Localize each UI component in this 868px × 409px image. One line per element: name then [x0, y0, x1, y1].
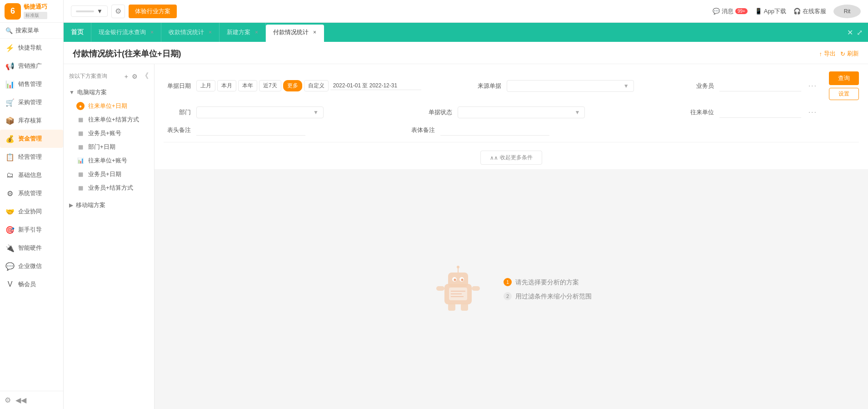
group-expand-icon: ▼: [69, 89, 75, 96]
empty-step-2-text: 用过滤条件来缩小分析范围: [515, 289, 592, 303]
scheme-item-1[interactable]: ▦ 往来单位+结算方式: [67, 113, 154, 126]
sidebar-item-operation[interactable]: 📋 经营管理: [0, 148, 63, 166]
sidebar-item-sales[interactable]: 📊 销售管理: [0, 75, 63, 93]
doc-status-select[interactable]: ▼: [458, 106, 585, 118]
tab-close-new-scheme[interactable]: ×: [255, 29, 258, 35]
date-label: 单据日期: [164, 82, 191, 90]
tab-close-bank-flow[interactable]: ×: [150, 29, 154, 35]
counterpart-dots[interactable]: ···: [808, 108, 817, 116]
date-btn-this-month[interactable]: 本月: [217, 80, 236, 91]
sidebar-item-cooperation[interactable]: 🤝 企业协同: [0, 202, 63, 221]
app-download-btn[interactable]: 📱 App下载: [755, 7, 786, 15]
header-note-input[interactable]: [196, 125, 305, 136]
scheme-item-5[interactable]: ▦ 业务员+日期: [67, 167, 154, 181]
date-btn-this-year[interactable]: 本年: [238, 80, 257, 91]
sidebar-collapse-btn[interactable]: ◀◀: [15, 396, 26, 404]
tab-bar-expand-icon[interactable]: ⤢: [857, 28, 863, 37]
dept-select[interactable]: ▼: [196, 106, 324, 118]
date-btn-last-month[interactable]: 上月: [196, 80, 215, 91]
scheme-icon-5: ▦: [76, 170, 85, 178]
scheme-item-6[interactable]: ▦ 业务员+结算方式: [67, 181, 154, 195]
desktop-scheme-group: ▼ 电脑端方案 ● 往来单位+日期 ▦ 往来单位+结算方式: [64, 86, 154, 195]
sidebar-item-basic[interactable]: 🗂 基础信息: [0, 166, 63, 184]
right-panel: 单据日期 上月 本月 本年 近7天 更多 自定义 来源单据: [155, 64, 868, 409]
guide-icon: 🎯: [5, 225, 15, 234]
tab-close-payment[interactable]: ×: [313, 29, 316, 35]
scheme-panel: 按以下方案查询 + ⚙ 《 ▼ 电脑端方案: [64, 64, 155, 409]
service-icon: 🎧: [793, 8, 801, 15]
scheme-icon-3: ▦: [76, 143, 85, 151]
tab-payment[interactable]: 付款情况统计 ×: [266, 25, 324, 42]
tab-home[interactable]: 首页: [64, 23, 91, 42]
dept-arrow-icon: ▼: [313, 109, 319, 116]
sidebar-settings-btn[interactable]: ⚙: [5, 396, 11, 404]
hardware-icon: 🔌: [5, 243, 15, 252]
topbar-settings-btn[interactable]: ⚙: [111, 5, 125, 18]
tab-bank-flow[interactable]: 现金银行流水查询 ×: [91, 23, 161, 42]
inventory-icon: 📦: [5, 116, 15, 125]
scheme-item-4[interactable]: 📊 往来单位+账号: [67, 154, 154, 167]
sidebar-item-wechat[interactable]: 💬 企业微信: [0, 257, 63, 275]
trial-btn[interactable]: 体验行业方案: [129, 5, 177, 18]
filter-settings-link[interactable]: 设置: [829, 88, 859, 100]
search-menu[interactable]: 🔍 搜索菜单: [0, 23, 63, 39]
counterpart-input[interactable]: [719, 107, 801, 118]
date-btn-custom[interactable]: 自定义: [304, 80, 329, 91]
scheme-active-icon: ●: [76, 102, 85, 110]
online-service-btn[interactable]: 🎧 在线客服: [793, 7, 826, 15]
scheme-item-2[interactable]: ▦ 业务员+账号: [67, 126, 154, 140]
query-section: 查询 设置: [823, 71, 859, 100]
source-arrow-icon: ▼: [624, 83, 629, 89]
sidebar-item-system[interactable]: ⚙ 系统管理: [0, 184, 63, 202]
message-badge: 99+: [735, 8, 748, 14]
svg-rect-1: [448, 273, 468, 287]
capital-icon: 💰: [5, 134, 15, 143]
sidebar-item-purchase[interactable]: 🛒 采购管理: [0, 93, 63, 111]
date-btn-7days[interactable]: 近7天: [259, 80, 281, 91]
query-btn[interactable]: 查询: [829, 71, 859, 85]
tab-new-scheme[interactable]: 新建方案 ×: [219, 23, 266, 42]
message-icon: 💬: [713, 8, 720, 15]
date-btn-more[interactable]: 更多: [283, 80, 302, 91]
message-btn[interactable]: 💬 消息 99+: [713, 7, 748, 15]
basic-icon: 🗂: [5, 171, 15, 180]
sidebar-item-guide[interactable]: 🎯 新手引导: [0, 221, 63, 239]
tab-close-receivable[interactable]: ×: [209, 29, 212, 35]
search-icon: 🔍: [5, 27, 13, 34]
page-header: 付款情况统计(往来单位+日期) ↑ 导出 ↻ 刷新: [64, 42, 868, 64]
scheme-item-3[interactable]: ▦ 部门+日期: [67, 140, 154, 154]
sidebar-item-member[interactable]: V 畅会员: [0, 275, 63, 293]
quick-nav-icon: ⚡: [5, 43, 15, 52]
sidebar-footer: ⚙ ◀◀: [0, 391, 63, 409]
desktop-group-header[interactable]: ▼ 电脑端方案: [64, 86, 154, 99]
date-range-input[interactable]: [330, 81, 421, 90]
salesman-dots[interactable]: ···: [808, 82, 817, 90]
scheme-item-0[interactable]: ● 往来单位+日期: [67, 99, 154, 113]
scheme-settings-btn[interactable]: ⚙: [132, 73, 138, 80]
doc-status-label: 单据状态: [425, 108, 452, 116]
sidebar-item-inventory[interactable]: 📦 库存核算: [0, 111, 63, 130]
step-row-1: 1 请先选择要分析的方案: [504, 275, 592, 289]
sidebar-item-quick-nav[interactable]: ⚡ 快捷导航: [0, 39, 63, 57]
operation-icon: 📋: [5, 152, 15, 162]
scheme-add-btn[interactable]: +: [125, 73, 128, 80]
user-avatar[interactable]: Rit: [833, 5, 861, 18]
tab-receivable[interactable]: 收款情况统计 ×: [161, 23, 219, 42]
tab-bar-close-icon[interactable]: ✕: [847, 28, 853, 37]
content-area: 按以下方案查询 + ⚙ 《 ▼ 电脑端方案: [64, 64, 868, 409]
collapse-btn[interactable]: ∧∧ 收起更多条件: [480, 151, 542, 165]
sidebar-item-capital[interactable]: 💰 资金管理: [0, 130, 63, 148]
export-btn[interactable]: ↑ 导出: [819, 50, 836, 58]
sidebar-item-hardware[interactable]: 🔌 智能硬件: [0, 239, 63, 257]
scheme-collapse-btn[interactable]: 《: [141, 71, 149, 81]
body-note-input[interactable]: [440, 125, 549, 136]
mobile-group-header[interactable]: ▶ 移动端方案: [64, 198, 154, 212]
account-selector[interactable]: ▼: [71, 5, 108, 17]
sidebar-item-marketing[interactable]: 📢 营销推广: [0, 57, 63, 75]
refresh-btn[interactable]: ↻ 刷新: [840, 50, 859, 58]
salesman-input[interactable]: [719, 81, 801, 91]
standard-badge: 标准版: [24, 12, 47, 19]
filter-row-1: 单据日期 上月 本月 本年 近7天 更多 自定义 来源单据: [164, 71, 859, 100]
source-select[interactable]: ▼: [507, 80, 634, 92]
counterpart-label: 往来单位: [687, 108, 714, 116]
